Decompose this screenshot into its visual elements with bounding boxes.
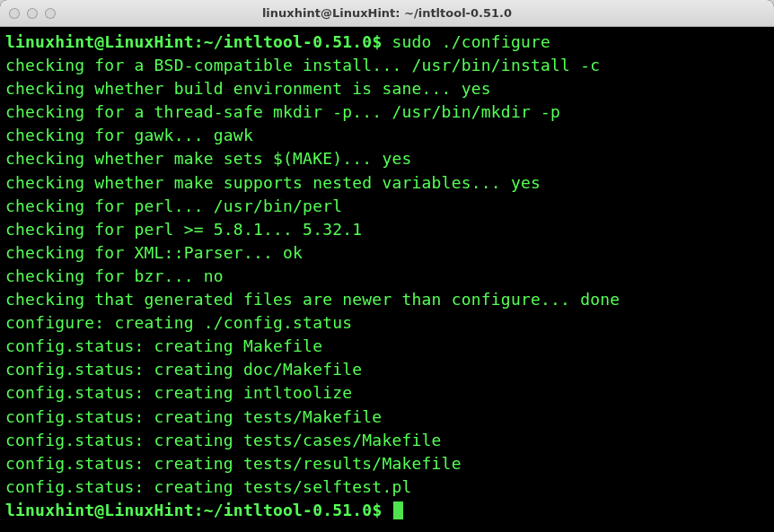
maximize-button[interactable] [45, 8, 56, 19]
output-line: config.status: creating tests/selftest.p… [5, 475, 769, 499]
output-line: config.status: creating Makefile [5, 335, 769, 358]
prompt-symbol: $ [372, 32, 382, 51]
output-line: checking that generated files are newer … [5, 288, 769, 311]
output-line: checking for a thread-safe mkdir -p... /… [5, 100, 769, 124]
output-line: configure: creating ./config.status [5, 311, 769, 335]
output-line: checking for gawk... gawk [5, 124, 769, 147]
terminal-window: linuxhint@LinuxHint: ~/intltool-0.51.0 l… [0, 0, 774, 532]
output-line: config.status: creating tests/Makefile [5, 406, 769, 429]
output-line: config.status: creating intltoolize [5, 381, 769, 405]
window-title: linuxhint@LinuxHint: ~/intltool-0.51.0 [0, 6, 774, 20]
terminal-body[interactable]: linuxhint@LinuxHint:~/intltool-0.51.0$ s… [0, 27, 774, 532]
prompt-separator: : [194, 501, 204, 519]
output-line: config.status: creating tests/cases/Make… [5, 429, 769, 452]
output-line: checking for a BSD-compatible install...… [5, 54, 769, 77]
output-line: checking whether make sets $(MAKE)... ye… [5, 147, 769, 170]
prompt-line-2: linuxhint@LinuxHint:~/intltool-0.51.0$ [5, 499, 769, 522]
prompt-separator: : [194, 32, 204, 51]
prompt-user-host: linuxhint@LinuxHint [5, 501, 194, 519]
output-line: config.status: creating tests/results/Ma… [5, 452, 769, 475]
close-button[interactable] [9, 8, 20, 19]
prompt-path: ~/intltool-0.51.0 [204, 32, 373, 51]
output-line: config.status: creating doc/Makefile [5, 358, 769, 381]
prompt-symbol: $ [372, 501, 382, 519]
output-line: checking for perl >= 5.8.1... 5.32.1 [5, 218, 769, 241]
prompt-path: ~/intltool-0.51.0 [204, 501, 373, 519]
output-line: checking whether make supports nested va… [5, 171, 769, 195]
output-line: checking for XML::Parser... ok [5, 241, 769, 265]
window-controls [9, 8, 56, 19]
prompt-user-host: linuxhint@LinuxHint [5, 32, 194, 51]
output-line: checking whether build environment is sa… [5, 77, 769, 100]
output-line: checking for perl... /usr/bin/perl [5, 195, 769, 218]
titlebar: linuxhint@LinuxHint: ~/intltool-0.51.0 [0, 0, 774, 27]
cursor [393, 501, 403, 519]
command-text: sudo ./configure [391, 32, 550, 51]
prompt-line-1: linuxhint@LinuxHint:~/intltool-0.51.0$ s… [5, 31, 769, 54]
minimize-button[interactable] [27, 8, 38, 19]
output-line: checking for bzr... no [5, 265, 769, 288]
